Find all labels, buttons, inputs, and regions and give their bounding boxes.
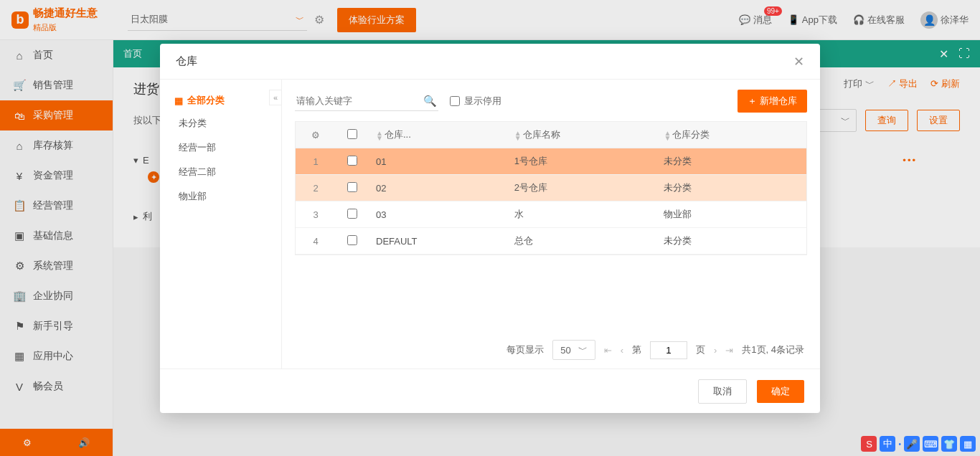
gear-icon: ⚙ <box>311 130 320 141</box>
col-cat[interactable]: ▲▼仓库分类 <box>656 122 806 148</box>
category-item[interactable]: 经营二部 <box>160 160 281 184</box>
col-code[interactable]: ▲▼仓库... <box>369 122 507 148</box>
ok-button[interactable]: 确定 <box>757 380 804 403</box>
category-all[interactable]: ▦ 全部分类 <box>160 90 281 111</box>
search-box[interactable]: 🔍 <box>295 92 438 111</box>
search-icon[interactable]: 🔍 <box>423 95 437 108</box>
ime-mic-icon[interactable]: 🎤 <box>904 436 920 452</box>
modal-close-icon[interactable]: ✕ <box>793 54 804 70</box>
table-row[interactable]: 4 DEFAULT 总仓 未分类 <box>296 228 806 255</box>
row-checkbox[interactable] <box>347 235 357 245</box>
show-stopped-checkbox[interactable] <box>450 96 460 106</box>
plus-icon: ＋ <box>748 95 757 108</box>
category-item[interactable]: 经营一部 <box>160 136 281 160</box>
grid-icon: ▦ <box>174 95 183 106</box>
chevron-down-icon: ﹀ <box>578 343 588 356</box>
show-stopped-toggle[interactable]: 显示停用 <box>450 95 501 108</box>
page-next-icon[interactable]: › <box>714 345 717 356</box>
table-row[interactable]: 2 02 2号仓库 未分类 <box>296 175 806 201</box>
select-all-checkbox[interactable] <box>347 129 357 139</box>
col-name[interactable]: ▲▼仓库名称 <box>507 122 657 148</box>
ime-keyboard-icon[interactable]: ⌨ <box>923 436 938 452</box>
ime-lang-icon[interactable]: 中 <box>880 436 895 452</box>
page-summary: 共1页, 4条记录 <box>742 343 804 356</box>
page-size-label: 每页显示 <box>507 343 544 356</box>
collapse-category-icon[interactable]: « <box>269 90 282 105</box>
table-row[interactable]: 3 03 水 物业部 <box>296 201 806 228</box>
ime-toolbar: S 中 • 🎤 ⌨ 👕 ▦ <box>861 436 976 452</box>
category-item[interactable]: 物业部 <box>160 184 281 209</box>
ime-dot-icon: • <box>898 440 901 448</box>
ime-sogou-icon[interactable]: S <box>861 436 877 452</box>
page-prev-icon[interactable]: ‹ <box>621 345 623 356</box>
row-checkbox[interactable] <box>347 182 357 192</box>
table-row[interactable]: 1 01 1号仓库 未分类 <box>296 148 806 175</box>
row-checkbox[interactable] <box>347 156 357 166</box>
page-last-icon[interactable]: ⇥ <box>725 345 733 356</box>
page-number-input[interactable] <box>650 341 687 359</box>
ime-skin-icon[interactable]: 👕 <box>941 436 957 452</box>
page-size-select[interactable]: 50 ﹀ <box>552 340 595 360</box>
col-config[interactable]: ⚙ <box>296 122 336 148</box>
search-input[interactable] <box>296 95 423 106</box>
ime-grid-icon[interactable]: ▦ <box>960 436 976 452</box>
page-first-icon[interactable]: ⇤ <box>604 345 612 356</box>
modal-title: 仓库 <box>176 54 197 68</box>
warehouse-table: ⚙ ▲▼仓库... ▲▼仓库名称 ▲▼仓库分类 1 01 1号仓库 <box>295 121 807 255</box>
add-warehouse-button[interactable]: ＋ 新增仓库 <box>738 90 807 113</box>
warehouse-modal: 仓库 ✕ « ▦ 全部分类 未分类 经营一部 经营二部 物业部 🔍 显示停 <box>160 44 820 413</box>
category-item[interactable]: 未分类 <box>160 111 281 136</box>
cancel-button[interactable]: 取消 <box>698 379 747 404</box>
row-checkbox[interactable] <box>347 209 357 219</box>
